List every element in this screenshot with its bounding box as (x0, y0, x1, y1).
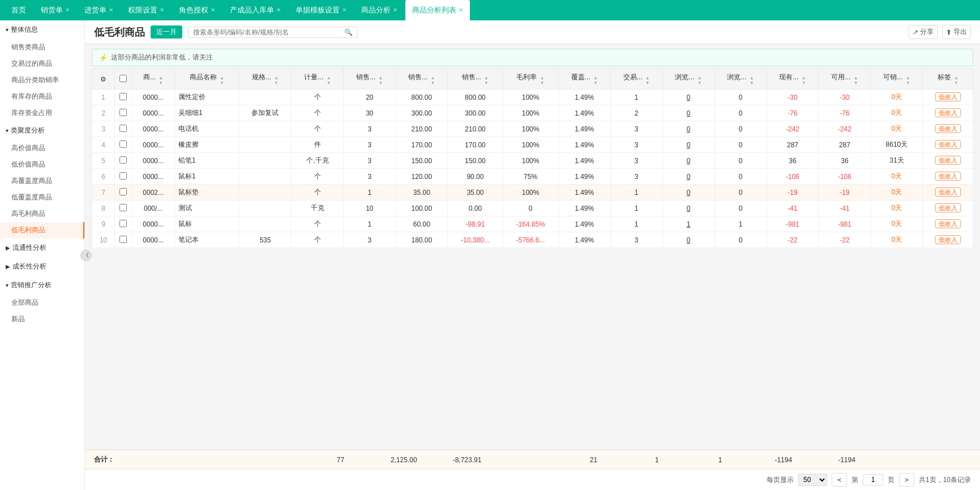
row-trade-count: 3 (610, 169, 662, 185)
row-sale-price: 120.00 (396, 169, 448, 185)
prev-page-button[interactable]: ＜ (832, 473, 847, 487)
summary-spacer2 (500, 456, 561, 464)
table-wrapper[interactable]: ⚙ 商... ▲▼ 商品名称 ▲▼ 规格... ▲▼ 计量... ▲▼ 销售..… (92, 69, 973, 449)
row-sale-qty: 1 (344, 216, 396, 232)
col-tag[interactable]: 标签 ▲▼ (923, 69, 973, 90)
nav-permissions-close[interactable]: ✕ (160, 2, 164, 18)
sidebar-item-sales-products[interactable]: 销售类商品 (0, 39, 84, 56)
sidebar-item-low-value[interactable]: 低价值商品 (0, 156, 84, 173)
row-name: 铅笔1 (175, 153, 239, 169)
row-checkbox[interactable] (115, 121, 132, 137)
nav-product-analysis[interactable]: 商品分析 ✕ (354, 0, 404, 20)
col-browse2[interactable]: 浏览... ▲▼ (714, 69, 767, 90)
search-input[interactable] (193, 28, 344, 36)
nav-products[interactable]: 产成品入库单 ✕ (223, 0, 288, 20)
row-available: -19 (819, 185, 871, 201)
col-checkbox[interactable] (115, 69, 132, 90)
sidebar-collapse-button[interactable]: 《 (80, 250, 92, 261)
row-sale-price: 35.00 (396, 185, 448, 201)
search-icon[interactable]: 🔍 (344, 28, 353, 36)
col-trade-count[interactable]: 交易... ▲▼ (610, 69, 662, 90)
nav-permissions[interactable]: 权限设置 ✕ (121, 0, 171, 20)
row-browse1[interactable]: 1 (662, 216, 714, 232)
summary-sale-qty: 77 (310, 456, 371, 464)
nav-product-analysis-list[interactable]: 商品分析列表 ✕ (405, 0, 470, 20)
per-page-select[interactable]: 50 100 (798, 474, 827, 486)
col-current-stock[interactable]: 现有... ▲▼ (767, 69, 819, 90)
row-checkbox[interactable] (115, 153, 132, 169)
select-all-checkbox[interactable] (119, 75, 127, 82)
row-browse1[interactable]: 0 (662, 169, 714, 185)
row-browse1[interactable]: 0 (662, 105, 714, 121)
col-saleable[interactable]: 可销... ▲▼ (871, 69, 923, 90)
nav-sales[interactable]: 销货单 ✕ (34, 0, 76, 20)
sidebar-group-overall[interactable]: ▾ 整体信息 (0, 20, 84, 39)
export-label: 导出 (953, 27, 967, 37)
row-checkbox[interactable] (115, 185, 132, 201)
share-button[interactable]: ↗ 分享 (909, 25, 938, 39)
sidebar-item-stock-capital[interactable]: 库存资金占用 (0, 105, 84, 121)
nav-sales-close[interactable]: ✕ (65, 2, 70, 18)
export-button[interactable]: ⬆ 导出 (942, 25, 971, 39)
col-gross-margin[interactable]: 毛利率 ▲▼ (503, 69, 558, 90)
sidebar-item-high-coverage[interactable]: 高覆盖度商品 (0, 173, 84, 189)
summary-spacer3 (879, 456, 971, 464)
nav-templates[interactable]: 单据模板设置 ✕ (289, 0, 353, 20)
row-checkbox[interactable] (115, 137, 132, 153)
col-sale-qty[interactable]: 销售... ▲▼ (344, 69, 396, 90)
date-filter-button[interactable]: 近一月 (151, 25, 182, 39)
row-browse1[interactable]: 0 (662, 232, 714, 248)
row-browse1[interactable]: 0 (662, 153, 714, 169)
sidebar-item-traded-products[interactable]: 交易过的商品 (0, 56, 84, 72)
row-checkbox[interactable] (115, 90, 132, 105)
nav-templates-close[interactable]: ✕ (342, 2, 346, 18)
nav-purchase[interactable]: 进货单 ✕ (78, 0, 120, 20)
sidebar-item-category-sales-rate[interactable]: 商品分类助销率 (0, 72, 84, 88)
nav-products-close[interactable]: ✕ (276, 2, 281, 18)
nav-roles-close[interactable]: ✕ (211, 2, 215, 18)
row-checkbox[interactable] (115, 216, 132, 232)
nav-roles[interactable]: 角色授权 ✕ (172, 0, 222, 20)
sidebar-item-stock-products[interactable]: 有库存的商品 (0, 88, 84, 105)
col-available[interactable]: 可用... ▲▼ (819, 69, 871, 90)
row-checkbox[interactable] (115, 169, 132, 185)
sidebar-group-circulation[interactable]: ▶ 流通性分析 (0, 238, 84, 257)
row-checkbox[interactable] (115, 105, 132, 121)
row-available: 36 (819, 153, 871, 169)
sidebar-item-high-margin[interactable]: 高毛利商品 (0, 206, 84, 222)
col-sale-price[interactable]: 销售... ▲▼ (396, 69, 448, 90)
nav-product-analysis-close[interactable]: ✕ (393, 2, 397, 18)
sidebar-item-low-coverage[interactable]: 低覆盖度商品 (0, 189, 84, 206)
row-browse1[interactable]: 0 (662, 90, 714, 105)
row-unit: 个 (292, 185, 344, 201)
col-unit[interactable]: 计量... ▲▼ (292, 69, 344, 90)
row-checkbox[interactable] (115, 232, 132, 248)
col-name[interactable]: 商品名称 ▲▼ (175, 69, 239, 90)
sidebar-group-cluster[interactable]: ▾ 类聚度分析 (0, 121, 84, 140)
summary-current-stock: -1194 (753, 456, 814, 464)
col-coverage[interactable]: 覆盖... ▲▼ (558, 69, 610, 90)
sidebar-item-all-products[interactable]: 全部商品 (0, 295, 84, 311)
sidebar-group-growth[interactable]: ▶ 成长性分析 (0, 257, 84, 276)
row-browse1[interactable]: 0 (662, 137, 714, 153)
sidebar-item-low-margin[interactable]: 低毛利商品 (0, 222, 84, 238)
col-settings[interactable]: ⚙ (92, 69, 115, 90)
row-unit: 件 (292, 137, 344, 153)
nav-product-analysis-list-close[interactable]: ✕ (459, 2, 463, 18)
nav-home[interactable]: 首页 (5, 0, 33, 20)
row-code: 0002... (132, 185, 175, 201)
col-sale-amount[interactable]: 销售... ▲▼ (448, 69, 503, 90)
col-browse1[interactable]: 浏览... ▲▼ (662, 69, 714, 90)
sidebar-group-marketing[interactable]: ▾ 营销推广分析 (0, 276, 84, 295)
row-browse1[interactable]: 0 (662, 201, 714, 216)
sidebar-item-new-products[interactable]: 新品 (0, 311, 84, 327)
next-page-button[interactable]: ＞ (899, 473, 914, 487)
row-browse1[interactable]: 0 (662, 121, 714, 137)
sidebar-item-high-value[interactable]: 高价值商品 (0, 140, 84, 156)
row-checkbox[interactable] (115, 201, 132, 216)
nav-purchase-close[interactable]: ✕ (109, 2, 113, 18)
col-code[interactable]: 商... ▲▼ (132, 69, 175, 90)
row-browse1[interactable]: 0 (662, 185, 714, 201)
page-number-input[interactable] (863, 474, 883, 485)
col-spec[interactable]: 规格... ▲▼ (239, 69, 292, 90)
